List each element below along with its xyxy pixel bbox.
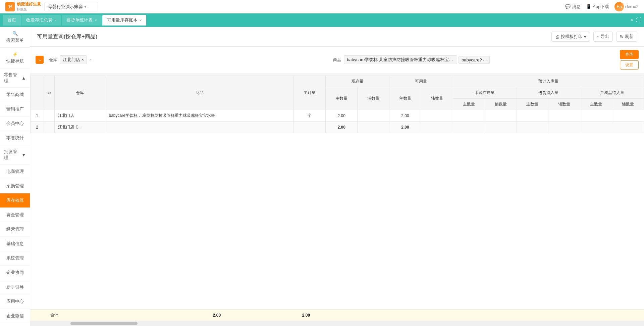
sidebar-item-beginner-guide[interactable]: 新手引导 [0,280,30,294]
footer-p4 [507,313,551,318]
cell-settings-1[interactable] [44,110,55,122]
th-unit: 主计量 [294,76,326,110]
th-settings[interactable]: ⚙ [44,76,55,110]
th-available: 可用量 [389,76,453,87]
cell-purchase-transit-aux-1 [485,110,517,122]
sidebar-item-members[interactable]: 会员中心 [0,117,30,131]
cell-purchase-transit-main-2 [453,122,485,133]
export-icon: ↑ [597,34,599,39]
industry-selector[interactable]: 母婴行业演示账套 ▾ [44,2,98,11]
th-estimated-inbound: 预计入库量 [453,76,644,87]
arrow-up-icon: ▲ [21,76,26,81]
tab-close-3[interactable]: × [140,18,142,22]
cell-available-aux-2 [421,122,453,133]
sidebar-item-retail-mgmt[interactable]: 零售管理 ▲ [0,68,30,88]
filter-more-icon[interactable]: ··· [88,57,93,63]
top-bar-right: 💬 消息 📱 App下载 Ea demo2 [565,2,639,11]
th-available-aux: 辅数量 [421,87,453,110]
filter-area: » 仓库 江北门店 × ··· 商品 babycare学饮杯 儿童防摔防撞吸管杯… [30,47,644,73]
cell-incoming-aux-2 [548,122,580,133]
th-current-aux: 辅数量 [358,87,389,110]
sidebar-item-inventory[interactable]: 库存核算 [0,193,30,208]
sidebar-item-system-mgmt[interactable]: 系统管理 [0,251,30,266]
query-button[interactable]: 查询 [620,50,639,59]
table-row: 1 江北门店 babycare学饮杯 儿童防摔防撞吸管杯重力球吸嘴杯宝宝水杯 个… [31,110,644,122]
refresh-icon: ↻ [620,34,624,39]
product-tag-2[interactable]: babycare? ··· [459,56,490,64]
tab-home[interactable]: 首页 [3,15,21,26]
sidebar-item-quick-nav[interactable]: ⚡ 快捷导航 [0,48,30,68]
table-row-subtotal: 2 江北门店【... 2.00 2.00 [31,122,644,133]
tab-close-1[interactable]: × [54,18,56,22]
th-incoming-aux: 辅数量 [548,99,580,110]
filter-toggle-button[interactable]: » [36,56,44,64]
logo-text: 畅捷通好生意 标准版 [17,1,41,12]
product-tag-1[interactable]: babycare学饮杯 儿童防摔防撞吸管杯重力球吸嘴杯宝宝水杯 × [344,55,457,64]
export-button[interactable]: ↑ 导出 [593,32,613,42]
app-download-button[interactable]: 📱 App下载 [586,4,609,10]
tab-order-stats[interactable]: 要货单统计表 × [62,15,101,26]
sidebar: 🔍 搜索菜单 ⚡ 快捷导航 零售管理 ▲ 零售商城 营销推广 会员中心 零售统计… [0,27,30,326]
sidebar-item-marketing[interactable]: 营销推广 [0,102,30,117]
horizontal-scrollbar[interactable] [30,321,644,326]
sidebar-item-ecommerce[interactable]: 电商管理 [0,165,30,179]
expand-icon[interactable]: ⛶ [636,17,641,23]
message-button[interactable]: 💬 消息 [565,4,581,10]
cell-product-1: babycare学饮杯 儿童防摔防撞吸管杯重力球吸嘴杯宝宝水杯 [105,110,294,122]
sidebar-item-app-center[interactable]: 应用中心 [0,294,30,309]
sidebar-item-enterprise-collab[interactable]: 企业协同 [0,266,30,280]
sidebar-item-enterprise-wechat[interactable]: 企业微信 [0,309,30,323]
th-production-pending: 产成品待入量 [580,87,644,99]
sidebar-item-search[interactable]: 🔍 搜索菜单 [0,27,30,48]
footer-current-main: 2.00 [195,313,239,318]
page-title: 可用量查询(按仓库+商品) [37,33,97,40]
avatar: Ea [614,2,624,11]
cell-current-aux-2 [358,122,389,133]
sidebar-item-operations[interactable]: 经营管理 [0,222,30,237]
cell-incoming-main-1 [517,110,548,122]
tab-available-stock[interactable]: 可用量库存账本 × [102,15,146,26]
cell-settings-2[interactable] [44,122,55,133]
printer-icon: 🖨 [555,34,559,39]
cell-purchase-transit-main-1 [453,110,485,122]
th-production-main: 主数量 [580,99,612,110]
sidebar-item-finance[interactable]: 资金管理 [0,208,30,222]
cell-available-aux-1 [421,110,453,122]
cell-incoming-main-2 [517,122,548,133]
sidebar-item-chang-member[interactable]: 畅会员 [0,323,30,326]
sidebar-item-wholesale-mgmt[interactable]: 批发管理 ▼ [0,145,30,165]
sidebar-item-purchase-mgmt[interactable]: 采购管理 [0,179,30,193]
th-incoming-main: 主数量 [517,99,548,110]
footer-available-aux [328,313,373,318]
cell-production-aux-1 [612,110,644,122]
user-area[interactable]: Ea demo2 [614,2,639,11]
template-print-button[interactable]: 🖨 按模板打印 ▾ [551,32,590,42]
logo-icon: 好 [5,2,15,11]
cell-production-main-1 [580,110,612,122]
message-icon: 💬 [565,4,571,9]
footer-available-main: 2.00 [284,313,328,318]
cell-available-main-1: 2.00 [389,110,421,122]
settings-button[interactable]: 设置 [620,60,639,69]
main-layout: 🔍 搜索菜单 ⚡ 快捷导航 零售管理 ▲ 零售商城 营销推广 会员中心 零售统计… [0,27,644,326]
footer-p3 [462,313,507,318]
th-rownum [31,76,44,110]
sidebar-item-retail-mall[interactable]: 零售商城 [0,88,30,102]
product-filter-tags: babycare学饮杯 儿童防摔防撞吸管杯重力球吸嘴杯宝宝水杯 × babyca… [344,55,614,64]
tab-close-2[interactable]: × [95,18,97,22]
dropdown-arrow-icon: ▾ [584,34,586,39]
sidebar-item-retail-stats[interactable]: 零售统计 [0,131,30,145]
product-filter-label: 商品 [333,57,341,63]
warehouse-tag[interactable]: 江北门店 × [60,55,87,64]
refresh-button[interactable]: ↻ 刷新 [616,32,637,42]
close-all-tabs-icon[interactable]: × [630,17,633,23]
top-bar: 好 畅捷通好生意 标准版 母婴行业演示账套 ▾ 💬 消息 📱 App下载 Ea … [0,0,644,13]
cell-incoming-aux-1 [548,110,580,122]
tab-receivable-summary[interactable]: 收发存汇总表 × [21,15,61,26]
nav-tabs: 首页 收发存汇总表 × 要货单统计表 × 可用量库存账本 × × ⛶ [0,13,644,27]
cell-product-2 [105,122,294,133]
page-actions: 🖨 按模板打印 ▾ ↑ 导出 ↻ 刷新 [551,32,638,42]
cell-current-aux-1 [358,110,389,122]
sidebar-item-basic-info[interactable]: 基础信息 [0,237,30,251]
scroll-thumb[interactable] [70,322,138,325]
